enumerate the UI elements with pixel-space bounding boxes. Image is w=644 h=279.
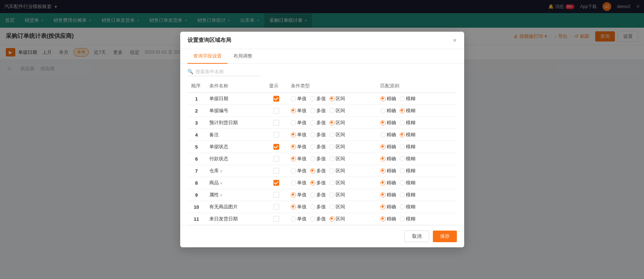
tab-layout-adjust[interactable]: 布局调整	[228, 49, 258, 64]
modal-overlay: 设置查询区域布局 × 查询字段设置 布局调整 🔍 顺序	[0, 0, 644, 78]
search-wrapper: 🔍	[187, 67, 260, 76]
modal-tabs: 查询字段设置 布局调整	[180, 49, 464, 64]
modal-search-area: 🔍	[180, 64, 464, 78]
search-icon: 🔍	[187, 69, 193, 74]
modal-title: 设置查询区域布局	[187, 37, 231, 44]
tab-field-settings[interactable]: 查询字段设置	[187, 49, 228, 64]
search-input[interactable]	[195, 69, 254, 74]
tab-field-settings-label: 查询字段设置	[193, 53, 222, 59]
modal-header: 设置查询区域布局 ×	[180, 32, 464, 49]
tab-layout-adjust-label: 布局调整	[233, 53, 252, 59]
modal-dialog: 设置查询区域布局 × 查询字段设置 布局调整 🔍 顺序	[180, 32, 464, 78]
modal-close-button[interactable]: ×	[453, 37, 457, 44]
